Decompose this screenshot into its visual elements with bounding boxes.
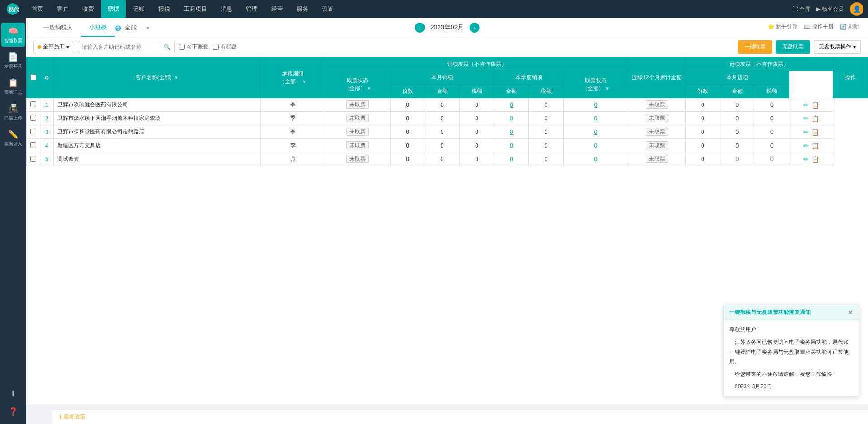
sale-quarter-amount[interactable]: 0 [510, 102, 513, 108]
tax-policy-link[interactable]: 税务政策 [64, 413, 85, 421]
notification-close-btn[interactable]: ✕ [848, 309, 853, 316]
nav-manage[interactable]: 管理 [240, 0, 264, 18]
sale-12months[interactable]: 0 [594, 102, 598, 108]
scan-upload-icon: 📠 [8, 104, 18, 114]
tab-all[interactable]: 全能 [123, 19, 145, 37]
row-checkbox[interactable] [30, 115, 36, 121]
sidebar-item-invoice-summary[interactable]: 📋 票据汇总 [1, 74, 25, 98]
detail-icon[interactable]: 📋 [811, 101, 819, 109]
purchase-tax: 0 [770, 102, 774, 108]
sale-month-amount: 0 [441, 156, 444, 162]
sidebar-item-invoice-open[interactable]: 📄 发票开具 [1, 48, 25, 72]
sale-12months[interactable]: 0 [594, 115, 598, 122]
sale-month-tax: 0 [475, 102, 478, 108]
tab-general-taxpayer[interactable]: 一般纳税人 [35, 19, 81, 37]
user-avatar[interactable]: 👤 [850, 2, 863, 16]
row-purchase-copies-cell: 0 [685, 125, 720, 139]
manual-btn[interactable]: 📖 操作手册 [804, 23, 834, 30]
fullscreen-btn[interactable]: ⛶ 全屏 [793, 5, 810, 13]
prev-month-btn[interactable]: ‹ [415, 23, 425, 33]
row-actions-cell: ✏ 📋 [789, 125, 833, 139]
row-number: 3 [45, 129, 48, 135]
all-tab-icon: 🌐 [115, 25, 121, 31]
row-sale-month-tax-cell: 0 [459, 139, 494, 152]
detail-icon[interactable]: 📋 [811, 115, 819, 122]
bottom-bar: ℹ 税务政策 [52, 410, 868, 424]
select-all-checkbox[interactable] [30, 74, 36, 80]
detail-icon[interactable]: 📋 [811, 156, 819, 163]
purchase-status-filter-icon[interactable]: ▼ [605, 86, 609, 91]
search-button[interactable]: 🔍 [160, 41, 174, 53]
sale-quarter-amount[interactable]: 0 [510, 156, 513, 162]
sale-status-filter-icon[interactable]: ▼ [367, 86, 371, 91]
sale-12months[interactable]: 0 [594, 129, 598, 135]
nav-tax[interactable]: 报税 [152, 0, 176, 18]
purchase-copies: 0 [701, 156, 704, 162]
nav-message[interactable]: 消息 [214, 0, 239, 18]
member-btn[interactable]: ▶ 畅客会员 [816, 5, 844, 13]
nav-service[interactable]: 服务 [290, 0, 315, 18]
no-disk-ops-btn[interactable]: 无盘取票操作 ▾ [814, 40, 861, 54]
row-checkbox[interactable] [30, 156, 36, 162]
employee-filter[interactable]: 全部员工 ▾ [33, 41, 73, 53]
name-account-filter[interactable]: 名下账套 [179, 43, 208, 51]
sale-quarter-amount[interactable]: 0 [510, 143, 513, 149]
sidebar-item-invoice-entry[interactable]: ✏️ 票据录入 [1, 126, 25, 150]
sidebar-item-scan-upload[interactable]: 📠 扫描上传 [1, 100, 25, 124]
next-month-btn[interactable]: › [469, 23, 479, 33]
tax-period-filter-icon[interactable]: ▼ [302, 79, 307, 84]
sidebar-item-download[interactable]: ⬇ [1, 385, 25, 401]
purchase-status-badge: 未取票 [646, 128, 668, 136]
edit-icon[interactable]: ✏ [803, 115, 809, 122]
edit-icon[interactable]: ✏ [803, 101, 809, 109]
sidebar-label-smart-ticket: 智能取票 [4, 38, 22, 44]
purchase-tax: 0 [770, 115, 774, 122]
customer-filter-icon[interactable]: ▼ [174, 75, 179, 80]
sale-12months[interactable]: 0 [594, 143, 598, 149]
tax-period-value: 月 [290, 156, 296, 162]
nav-business[interactable]: 工商项目 [177, 0, 213, 18]
sale-12months[interactable]: 0 [594, 156, 598, 162]
row-actions-cell: ✏ 📋 [789, 98, 833, 112]
nav-settings[interactable]: 设置 [316, 0, 340, 18]
tax-disk-filter[interactable]: 有税盘 [213, 43, 237, 51]
nav-bookkeeping[interactable]: 记账 [127, 0, 151, 18]
nav-customer[interactable]: 客户 [51, 0, 75, 18]
sale-quarter-amount[interactable]: 0 [510, 129, 513, 135]
edit-icon[interactable]: ✏ [803, 156, 809, 163]
one-click-ticket-btn[interactable]: 一键取票 [738, 40, 772, 54]
row-num-cell: 4 [40, 139, 54, 152]
search-input[interactable] [78, 41, 160, 53]
guide-btn[interactable]: ⭐ 新手引导 [768, 23, 797, 30]
name-account-checkbox[interactable] [179, 44, 185, 50]
top-nav: 易代 首页 客户 收费 票据 记账 报税 工商项目 消息 管理 经营 服务 设置… [0, 0, 868, 18]
tax-disk-checkbox[interactable] [213, 44, 219, 50]
row-checkbox[interactable] [30, 142, 36, 148]
sidebar-item-smart-ticket[interactable]: 🧠 智能取票 [1, 23, 25, 47]
tab-small-scale[interactable]: 小规模 [81, 19, 115, 37]
nav-fee[interactable]: 收费 [76, 0, 100, 18]
sale-quarter-amount[interactable]: 0 [510, 115, 513, 122]
tab-all-dropdown-icon[interactable]: ▾ [146, 25, 149, 31]
sidebar: 🧠 智能取票 📄 发票开具 📋 票据汇总 📠 扫描上传 ✏️ 票据录入 ⬇ ❓ [0, 18, 26, 424]
refresh-btn[interactable]: 🔄 刷新 [840, 23, 859, 30]
sale-month-tax: 0 [475, 129, 478, 135]
sidebar-item-help[interactable]: ❓ [1, 403, 25, 419]
sale-month-amount: 0 [441, 115, 444, 122]
sidebar-label-invoice-entry: 票据录入 [4, 141, 22, 147]
edit-icon[interactable]: ✏ [803, 129, 809, 136]
no-disk-ticket-btn[interactable]: 无盘取票 [776, 40, 810, 54]
row-sale-quarter-amount-cell: 0 [494, 112, 529, 125]
detail-icon[interactable]: 📋 [811, 142, 819, 149]
row-sale-status-cell: 未取票 [326, 152, 391, 166]
row-checkbox[interactable] [30, 101, 36, 107]
nav-home[interactable]: 首页 [25, 0, 50, 18]
nav-operation[interactable]: 经营 [265, 0, 289, 18]
sale-month-copies: 0 [406, 156, 409, 162]
detail-icon[interactable]: 📋 [811, 129, 819, 136]
th-sale-header: 销项发票（不含作废票） [326, 57, 628, 71]
edit-icon[interactable]: ✏ [803, 142, 809, 149]
row-checkbox[interactable] [30, 129, 36, 134]
row-purchase-tax-cell: 0 [755, 112, 789, 125]
nav-invoice[interactable]: 票据 [101, 0, 126, 18]
